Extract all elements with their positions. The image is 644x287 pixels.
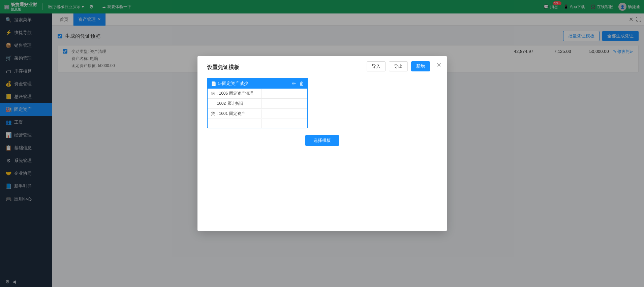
cell-2-2 xyxy=(282,99,302,108)
cell-4-2 xyxy=(282,119,302,128)
template-row-1: 借：1606 固定资产清理 xyxy=(208,89,307,99)
template-row-label: 借：1606 固定资产清理 xyxy=(208,89,262,98)
cell-2-3 xyxy=(302,99,308,108)
modal-body: 📄 5-固定资产减少 ✏ 🗑 xyxy=(207,78,437,146)
template-name: 5-固定资产减少 xyxy=(218,81,249,87)
template-card-header-actions: ✏ 🗑 xyxy=(292,81,304,86)
cell-2-1 xyxy=(262,99,282,108)
template-doc-icon: 📄 xyxy=(211,81,216,86)
template-body: 借：1606 固定资产清理 xyxy=(208,89,307,128)
template-row-empty xyxy=(208,119,307,128)
choose-template-area: 选择模板 xyxy=(207,135,437,146)
page-wrapper: 生成的凭证预览 批量凭证模板 全部生成凭证 变动类型: 资产清理 xyxy=(52,26,644,287)
template-row-label: 1602 累计折旧 xyxy=(208,99,262,108)
template-edit-icon[interactable]: ✏ xyxy=(292,81,296,86)
import-btn[interactable]: 导入 xyxy=(367,61,386,71)
modal-overlay: 设置凭证模板 导入 导出 新增 ✕ xyxy=(52,26,644,287)
template-row-3: 贷：1601 固定资产 xyxy=(208,109,307,119)
cell-3-2 xyxy=(282,109,302,118)
template-row-label: 贷：1601 固定资产 xyxy=(208,109,262,119)
template-card: 📄 5-固定资产减少 ✏ 🗑 xyxy=(207,78,308,128)
template-card-header: 📄 5-固定资产减少 ✏ 🗑 xyxy=(208,78,307,89)
template-row-label-empty xyxy=(208,119,262,128)
cell-4-3 xyxy=(302,119,308,128)
content-area: 首页 资产管理 ✕ ✕ ⛶ 生成的凭证预览 xyxy=(52,13,644,287)
cell-1-2 xyxy=(282,89,302,98)
new-btn[interactable]: 新增 xyxy=(411,61,430,71)
template-row-2: 1602 累计折旧 xyxy=(208,99,307,109)
choose-template-btn[interactable]: 选择模板 xyxy=(305,135,339,146)
cell-1-3 xyxy=(302,89,308,98)
cell-3-3 xyxy=(302,109,308,118)
template-delete-icon[interactable]: 🗑 xyxy=(299,81,304,86)
cell-1-1 xyxy=(262,89,282,98)
set-template-modal: 设置凭证模板 导入 导出 新增 ✕ xyxy=(197,56,447,231)
modal-header-actions: 导入 导出 新增 xyxy=(367,61,430,71)
modal-close-btn[interactable]: ✕ xyxy=(436,61,441,69)
export-btn[interactable]: 导出 xyxy=(389,61,408,71)
cell-3-1 xyxy=(262,109,282,118)
cell-4-1 xyxy=(262,119,282,128)
